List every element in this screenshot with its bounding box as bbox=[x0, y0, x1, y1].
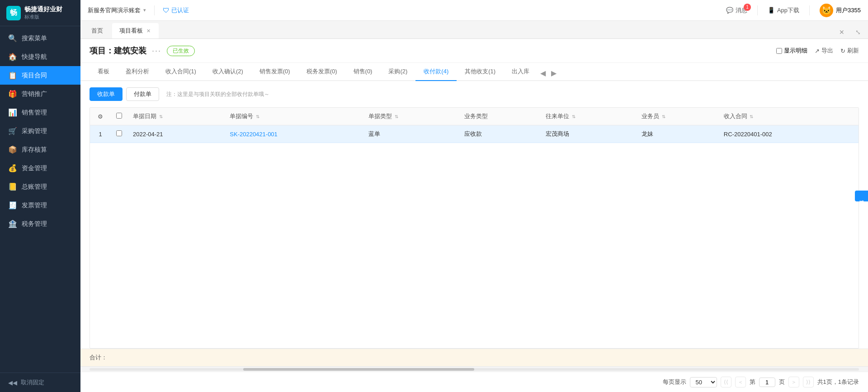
col-salesperson[interactable]: 业务员 ⇅ bbox=[636, 108, 718, 125]
subtab-income-contract[interactable]: 收入合同(1) bbox=[157, 63, 204, 81]
sidebar-item-finance[interactable]: 💰 资金管理 bbox=[0, 159, 80, 177]
table-header-row: ⚙ 单据日期 ⇅ 单据编号 ⇅ 单据类型 ⇅ 业务类型 往来单位 ⇅ 业务员 ⇅… bbox=[90, 108, 859, 125]
sidebar-item-project[interactable]: 📋 项目合同 bbox=[0, 66, 80, 85]
page-first-btn[interactable]: ⟨⟨ bbox=[721, 377, 731, 387]
feedback-button[interactable]: 反馈 bbox=[855, 191, 868, 201]
unpin-icon: ◀◀ bbox=[8, 379, 17, 386]
subtab-profit[interactable]: 盈利分析 bbox=[118, 63, 157, 81]
show-detail-input[interactable] bbox=[776, 48, 782, 54]
payment-toggle-btn[interactable]: 付款单 bbox=[126, 87, 159, 101]
content-area: 项目：建筑安装 ··· 已生效 显示明细 ↗ 导出 ↻ 刷新 bbox=[80, 39, 868, 392]
page-input[interactable] bbox=[759, 378, 775, 387]
table-footer-total: 合计： bbox=[80, 349, 868, 366]
data-table: ⚙ 单据日期 ⇅ 单据编号 ⇅ 单据类型 ⇅ 业务类型 往来单位 ⇅ 业务员 ⇅… bbox=[90, 108, 859, 143]
sort-partner-icon: ⇅ bbox=[572, 114, 576, 119]
row-salesperson: 龙妹 bbox=[636, 125, 718, 143]
subtab-next-btn[interactable]: ▶ bbox=[548, 65, 559, 81]
sidebar-item-sales[interactable]: 📊 销售管理 bbox=[0, 103, 80, 122]
subtab-purchase[interactable]: 采购(2) bbox=[380, 63, 415, 81]
tab-home[interactable]: 首页 bbox=[84, 23, 110, 38]
refresh-button[interactable]: ↻ 刷新 bbox=[840, 47, 859, 55]
subtab-sales[interactable]: 销售(0) bbox=[345, 63, 381, 81]
toggle-row: 收款单 付款单 注：这里是与项目关联的全部收付款单哦～ bbox=[90, 87, 859, 101]
topbar-account[interactable]: 新服务官网演示账套 ▾ bbox=[88, 6, 146, 14]
message-badge: 1 bbox=[744, 4, 751, 11]
inventory-icon: 📦 bbox=[8, 145, 17, 154]
total-label: 合计： bbox=[90, 354, 107, 361]
sidebar-item-marketing[interactable]: 🎁 营销推广 bbox=[0, 85, 80, 103]
row-number[interactable]: SK-20220421-001 bbox=[224, 125, 363, 143]
scrollbar-thumb[interactable] bbox=[243, 368, 474, 371]
page-next-btn[interactable]: ＞ bbox=[788, 377, 799, 387]
sidebar-item-ledger[interactable]: 📒 总账管理 bbox=[0, 177, 80, 196]
col-income-contract[interactable]: 收入合同 ⇅ bbox=[718, 108, 859, 125]
tab-close-icon[interactable]: ✕ bbox=[146, 28, 151, 34]
sidebar-item-invoice[interactable]: 🧾 发票管理 bbox=[0, 196, 80, 215]
total-text: 共1页，1条记录 bbox=[817, 378, 859, 386]
subtab-sales-invoice[interactable]: 销售发票(0) bbox=[251, 63, 298, 81]
sidebar-item-label: 搜索菜单 bbox=[22, 34, 47, 43]
tab-project-board[interactable]: 项目看板 ✕ bbox=[112, 23, 159, 38]
sort-type-icon: ⇅ bbox=[395, 114, 398, 119]
row-date: 2022-04-21 bbox=[127, 125, 224, 143]
row-partner: 宏茂商场 bbox=[540, 125, 636, 143]
main-area: 新服务官网演示账套 ▾ 🛡 已认证 💬 消息 1 📱 App下载 🐱 用户335… bbox=[80, 0, 868, 392]
subtab-tax-invoice[interactable]: 税务发票(0) bbox=[298, 63, 345, 81]
tax-icon: 🏦 bbox=[8, 220, 17, 228]
sidebar-item-purchase[interactable]: 🛒 采购管理 bbox=[0, 122, 80, 140]
sidebar-item-label: 资金管理 bbox=[22, 164, 47, 172]
col-settings[interactable]: ⚙ bbox=[90, 108, 111, 125]
col-number[interactable]: 单据编号 ⇅ bbox=[224, 108, 363, 125]
receipt-toggle-btn[interactable]: 收款单 bbox=[90, 87, 123, 101]
topbar-user[interactable]: 🐱 用户3355 bbox=[820, 4, 861, 17]
sidebar-item-tax[interactable]: 🏦 税务管理 bbox=[0, 215, 80, 233]
topbar-divider2 bbox=[757, 5, 758, 15]
subtab-payment[interactable]: 收付款(4) bbox=[415, 63, 457, 81]
window-controls: ✕ ⤡ bbox=[835, 26, 864, 38]
per-page-label: 每页显示 bbox=[663, 378, 686, 386]
app-download-action[interactable]: 📱 App下载 bbox=[768, 6, 799, 14]
table-row: 1 2022-04-21 SK-20220421-001 蓝单 应收款 宏茂商场… bbox=[90, 125, 859, 143]
project-title: 项目：建筑安装 bbox=[90, 45, 146, 56]
page-last-btn[interactable]: ⟩⟩ bbox=[803, 377, 814, 387]
subtab-income-confirm[interactable]: 收入确认(2) bbox=[204, 63, 251, 81]
per-page-select[interactable]: 50 100 200 bbox=[690, 377, 717, 387]
topbar: 新服务官网演示账套 ▾ 🛡 已认证 💬 消息 1 📱 App下载 🐱 用户335… bbox=[80, 0, 868, 21]
message-icon: 💬 bbox=[726, 7, 733, 14]
close-button[interactable]: ✕ bbox=[835, 26, 848, 38]
subtab-inout[interactable]: 出入库 bbox=[504, 63, 538, 81]
col-type[interactable]: 单据类型 ⇅ bbox=[363, 108, 459, 125]
sidebar-item-quicknav[interactable]: 🏠 快捷导航 bbox=[0, 48, 80, 66]
col-partner[interactable]: 往来单位 ⇅ bbox=[540, 108, 636, 125]
export-button[interactable]: ↗ 导出 bbox=[815, 47, 833, 55]
col-checkbox bbox=[111, 108, 127, 125]
subtab-kanban[interactable]: 看板 bbox=[90, 63, 118, 81]
subtab-other-income[interactable]: 其他收支(1) bbox=[457, 63, 504, 81]
project-actions: 显示明细 ↗ 导出 ↻ 刷新 bbox=[776, 47, 859, 55]
row-checkbox[interactable] bbox=[116, 130, 122, 136]
horizontal-scrollbar[interactable] bbox=[80, 366, 868, 372]
refresh-icon: ↻ bbox=[840, 48, 845, 54]
row-number-link[interactable]: SK-20220421-001 bbox=[230, 131, 278, 138]
col-biz-type: 业务类型 bbox=[459, 108, 540, 125]
sidebar-unpin[interactable]: ◀◀ 取消固定 bbox=[0, 373, 80, 392]
invoice-icon: 🧾 bbox=[8, 201, 17, 210]
project-more-icon[interactable]: ··· bbox=[152, 46, 161, 56]
sidebar-item-label: 总账管理 bbox=[22, 183, 47, 191]
sidebar-item-label: 项目合同 bbox=[22, 72, 47, 80]
sidebar-title-block: 畅捷通好业财 标准版 bbox=[24, 5, 62, 20]
message-action[interactable]: 💬 消息 1 bbox=[726, 6, 747, 14]
show-detail-checkbox[interactable]: 显示明细 bbox=[776, 47, 807, 55]
subtab-prev-btn[interactable]: ◀ bbox=[538, 65, 548, 81]
mobile-icon: 📱 bbox=[768, 7, 775, 14]
row-type: 蓝单 bbox=[363, 125, 459, 143]
sidebar-item-inventory[interactable]: 📦 库存核算 bbox=[0, 140, 80, 159]
sort-contract-icon: ⇅ bbox=[750, 114, 753, 119]
col-date[interactable]: 单据日期 ⇅ bbox=[127, 108, 224, 125]
sidebar-item-search[interactable]: 🔍 搜索菜单 bbox=[0, 29, 80, 48]
maximize-button[interactable]: ⤡ bbox=[852, 26, 864, 38]
sidebar-item-label: 库存核算 bbox=[22, 146, 47, 154]
page-prev-btn[interactable]: ＜ bbox=[735, 377, 746, 387]
select-all-checkbox[interactable] bbox=[116, 113, 122, 119]
sidebar-item-label: 销售管理 bbox=[22, 109, 47, 117]
